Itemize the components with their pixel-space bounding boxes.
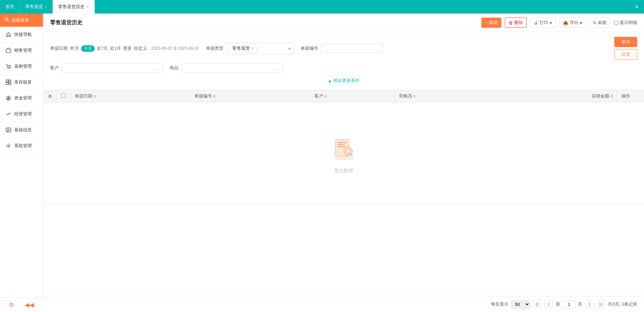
prev-page-button[interactable]: ⟨ xyxy=(544,300,553,309)
svg-point-0 xyxy=(5,18,8,21)
th-doc-no-label: 单据编号 xyxy=(194,93,212,99)
sidebar-item-purchase-label: 采购管理 xyxy=(14,63,32,69)
empty-state: 暂无数据 xyxy=(47,106,640,201)
doc-no-sort-icon[interactable] xyxy=(213,95,216,98)
sidebar-item-inventory[interactable]: 库存核算 xyxy=(0,74,43,90)
svg-line-1 xyxy=(7,20,9,22)
svg-rect-2 xyxy=(6,49,11,52)
sidebar-item-quick-nav[interactable]: 快捷导航 xyxy=(0,27,43,43)
goods-dots: ... xyxy=(275,65,280,71)
date-opt-today[interactable]: 今天 xyxy=(81,45,95,52)
table-header: ⚙ 单据日期 xyxy=(43,90,644,103)
date-opt-custom[interactable]: 自定义 xyxy=(134,45,147,51)
page-label: 第 xyxy=(556,301,560,307)
sidebar-item-operations-label: 经营管理 xyxy=(14,111,32,117)
sidebar-item-basic-info[interactable]: 基础信息 xyxy=(0,122,43,138)
date-opt-1month[interactable]: 近1月 xyxy=(110,45,121,51)
filter-area: 单据日期 昨天 今天 近7天 近1月 更多 自定义 2023-06-02 至 2… xyxy=(43,32,644,90)
window-close-button[interactable]: × xyxy=(629,3,644,10)
settings-gear-icon[interactable]: ⚙ xyxy=(9,301,14,309)
empty-illustration xyxy=(329,133,359,163)
doc-type-label: 单据类型 xyxy=(206,45,223,51)
date-opt-more[interactable]: 更多 xyxy=(123,45,132,51)
th-customer: 客户 xyxy=(310,90,395,103)
svg-rect-18 xyxy=(337,144,344,145)
doc-no-input[interactable] xyxy=(321,44,384,53)
filter-row-1: 单据日期 昨天 今天 近7天 近1月 更多 自定义 2023-06-02 至 2… xyxy=(50,37,637,60)
column-settings-icon[interactable]: ⚙ xyxy=(48,94,52,99)
svg-point-14 xyxy=(8,145,9,147)
doc-type-select[interactable]: 零售退货 × ▾ xyxy=(226,42,294,54)
new-button[interactable]: + 新增 xyxy=(481,18,501,28)
next-page-button[interactable]: ⟩ xyxy=(585,300,594,309)
tab-retail-return-history-close[interactable]: × xyxy=(87,5,89,9)
collapse-label: 收起更多条件 xyxy=(333,77,360,84)
doc-type-tag: 零售退货 × xyxy=(229,44,257,53)
th-doc-date-label: 单据日期 xyxy=(75,93,92,99)
svg-rect-7 xyxy=(6,83,8,85)
doc-type-tag-close[interactable]: × xyxy=(251,46,254,51)
purchase-icon xyxy=(5,63,11,69)
sidebar-bottom: ⚙ ◀◀ xyxy=(0,297,43,312)
th-action: 操作 xyxy=(617,90,644,103)
print-dropdown-icon: ▾ xyxy=(550,20,552,25)
th-gear: ⚙ xyxy=(43,90,57,103)
search-icon xyxy=(4,17,9,23)
sidebar-search[interactable]: 搜索菜单 xyxy=(0,14,43,27)
tab-retail-return-history[interactable]: 零售退货历史 × xyxy=(53,0,94,14)
table-header-row: ⚙ 单据日期 xyxy=(43,90,644,103)
sidebar-item-sales-mgmt[interactable]: 销售管理 xyxy=(0,43,43,59)
customer-dots: ... xyxy=(156,65,160,71)
customer-sort-icon[interactable] xyxy=(324,95,327,98)
print-icon: 🖨 xyxy=(534,20,538,25)
sidebar-item-system-mgmt[interactable]: 系统管理 xyxy=(0,138,43,154)
show-detail-checkbox[interactable] xyxy=(614,21,618,25)
goods-filter: 商品 ... xyxy=(170,63,283,73)
doc-date-sort-icon[interactable] xyxy=(93,95,96,98)
set-button[interactable]: 设置 xyxy=(614,49,637,60)
customer-filter: 客户 ... xyxy=(50,63,163,73)
first-page-button[interactable]: ⟨⟨ xyxy=(533,300,542,309)
th-amount-label: 实销金额 xyxy=(592,93,609,99)
sidebar-item-system-mgmt-label: 系统管理 xyxy=(14,143,32,149)
svg-rect-6 xyxy=(9,80,11,82)
sidebar-item-purchase-mgmt[interactable]: 采购管理 xyxy=(0,59,43,74)
per-page-select[interactable]: 20 50 100 xyxy=(511,300,530,309)
export-button[interactable]: 📤 导出 ▾ xyxy=(559,18,586,28)
tab-retail-return[interactable]: 零售退货 × xyxy=(20,0,53,14)
last-page-button[interactable]: ⟩⟩ xyxy=(596,300,605,309)
th-action-label: 操作 xyxy=(621,93,630,98)
sidebar-item-finance[interactable]: 资金管理 xyxy=(0,90,43,106)
sound-icon[interactable]: ◀◀ xyxy=(25,301,34,309)
empty-text: 暂无数据 xyxy=(334,168,353,174)
goods-input[interactable]: ... xyxy=(181,63,283,73)
top-bar: 首页 零售退货 × 零售退货历史 × × xyxy=(0,0,644,14)
tab-home[interactable]: 首页 xyxy=(0,0,20,14)
sidebar-search-label: 搜索菜单 xyxy=(11,17,29,23)
customer-label: 客户 xyxy=(50,65,59,71)
date-opt-yesterday[interactable]: 昨天 xyxy=(70,45,79,51)
guide-sort-icon[interactable] xyxy=(413,95,416,98)
tab-retail-return-close[interactable]: × xyxy=(45,5,47,9)
system-icon xyxy=(5,143,11,149)
goods-label: 商品 xyxy=(170,65,178,71)
empty-row: 暂无数据 xyxy=(43,103,644,204)
customer-input[interactable]: ... xyxy=(62,63,163,73)
date-opt-7days[interactable]: 近7天 xyxy=(97,45,108,51)
sidebar-item-basic-info-label: 基础信息 xyxy=(14,127,32,133)
amount-sort-icon[interactable] xyxy=(610,95,613,98)
sidebar-item-operations[interactable]: 经营管理 xyxy=(0,106,43,122)
refresh-button[interactable]: ↻ 刷新 xyxy=(589,18,611,28)
query-button[interactable]: 查询 xyxy=(614,37,637,47)
doc-type-tag-value: 零售退货 xyxy=(232,45,250,51)
query-set-wrap: 查询 设置 xyxy=(614,37,637,60)
export-icon: 📤 xyxy=(563,20,568,25)
collapse-filter-button[interactable]: ▲ 收起更多条件 xyxy=(323,76,365,85)
delete-button[interactable]: 🗑 删除 xyxy=(505,18,527,28)
page-actions: + 新增 🗑 删除 🖨 打印 ▾ 📤 导出 ▾ ↻ 刷新 xyxy=(481,18,637,28)
svg-rect-5 xyxy=(6,80,8,82)
print-button[interactable]: 🖨 打印 ▾ xyxy=(530,18,556,28)
refresh-icon: ↻ xyxy=(593,20,597,25)
page-input[interactable] xyxy=(562,300,576,308)
select-all-checkbox[interactable] xyxy=(61,93,66,98)
